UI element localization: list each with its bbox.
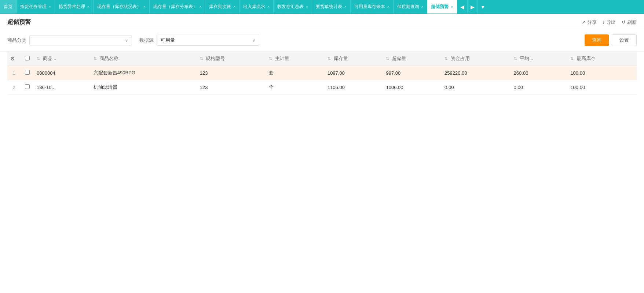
th-product-name[interactable]: 商品名称 [91,52,197,66]
row-checkbox-cell [21,80,34,94]
nav-tab-available[interactable]: 可用量库存账本 × [351,0,394,14]
data-table: ⚙ 商品... 商品名称 规格型号 主计量 [7,52,637,94]
refresh-icon: ↺ [622,19,626,25]
th-unit[interactable]: 主计量 [266,52,325,66]
datasource-select[interactable]: 可用量 ∨ [157,35,259,46]
nav-tab-summary[interactable]: 收发存汇总表 × [274,0,312,14]
datasource-value: 可用量 [161,37,175,44]
spec: 123 [197,80,266,94]
max-stock: 100.00 [567,66,637,80]
th-product-code[interactable]: 商品... [34,52,91,66]
close-icon[interactable]: × [451,5,453,9]
row-number: 1 [7,66,21,80]
over-stock: 997.00 [383,66,442,80]
close-icon[interactable]: × [387,5,389,9]
close-icon[interactable]: × [267,5,270,9]
chevron-down-icon: ∨ [252,38,255,43]
th-checkbox [21,52,34,66]
close-icon[interactable]: × [87,5,89,9]
close-icon[interactable]: × [421,5,424,9]
nav-next-button[interactable]: ▶ [467,0,477,14]
spec: 123 [197,66,266,80]
th-max-stock[interactable]: 最高库存 [567,52,637,66]
share-button[interactable]: ↗ 分享 [582,19,597,26]
over-stock: 1006.00 [383,80,442,94]
nav-tab-requisition[interactable]: 要货单统计表 × [312,0,351,14]
filter-area: 商品分类 ∨ 数据源 可用量 ∨ 查询 设置 [0,29,644,52]
share-icon: ↗ [582,19,586,25]
stock: 1097.00 [325,66,383,80]
max-stock: 100.00 [567,80,637,94]
th-stock[interactable]: 库存量 [325,52,383,66]
header-actions: ↗ 分享 ↓ 导出 ↺ 刷新 [582,19,637,26]
filter-actions: 查询 设置 [585,34,637,46]
capital-used: 259220.00 [442,66,511,80]
stock: 1106.00 [325,80,383,94]
avg: 260.00 [511,66,568,80]
nav-tab-expiry[interactable]: 保质期查询 × [394,0,428,14]
capital-used: 0.00 [442,80,511,94]
row-checkbox-cell [21,66,34,80]
avg: 0.00 [511,80,568,94]
datasource-filter: 数据源 可用量 ∨ [139,35,259,46]
row-checkbox[interactable] [25,84,30,89]
unit: 个 [266,80,325,94]
table-row: 2 186-10... 机油滤清器 123 个 1106.00 1006.00 … [7,80,637,94]
row-number: 2 [7,80,21,94]
th-over-stock[interactable]: 超储量 [383,52,442,66]
nav-prev-button[interactable]: ◀ [457,0,467,14]
th-spec[interactable]: 规格型号 [197,52,266,66]
product-code: 186-10... [34,80,91,94]
table-container: ⚙ 商品... 商品名称 规格型号 主计量 [0,52,644,94]
nav-tab-stock-dist[interactable]: 现存量（库存分布表） × [150,0,206,14]
close-icon[interactable]: × [306,5,308,9]
product-name: 六配套新昌490BPG [91,66,197,80]
product-name: 机油滤清器 [91,80,197,94]
th-capital-used[interactable]: 资金占用 [442,52,511,66]
page-content: 超储预警 ↗ 分享 ↓ 导出 ↺ 刷新 商品分类 ∨ 数据源 [0,14,644,293]
row-checkbox[interactable] [25,70,30,75]
select-all-checkbox[interactable] [25,56,30,60]
close-icon[interactable]: × [233,5,235,9]
nav-tab-task-mgmt[interactable]: 拣货任务管理 × [17,0,55,14]
table-header-row: ⚙ 商品... 商品名称 规格型号 主计量 [7,52,637,66]
th-avg[interactable]: 平均... [511,52,568,66]
top-navigation: 首页 拣货任务管理 × 拣货异常处理 × 现存量（库存状况表） × 现存量（库存… [0,0,644,14]
chevron-down-icon: ∨ [125,38,128,43]
export-icon: ↓ [603,19,605,25]
table-row: 1 0000004 六配套新昌490BPG 123 套 1097.00 997.… [7,66,637,80]
category-filter: 商品分类 ∨ [7,36,132,45]
page-title: 超储预警 [7,18,31,26]
product-code: 0000004 [34,66,91,80]
nav-tab-home[interactable]: 首页 [0,0,17,14]
nav-tab-abnormal[interactable]: 拣货异常处理 × [55,0,94,14]
settings-icon[interactable]: ⚙ [10,56,15,62]
datasource-label: 数据源 [139,37,154,44]
close-icon[interactable]: × [200,5,202,9]
th-settings: ⚙ [7,52,21,66]
settings-button[interactable]: 设置 [612,34,637,46]
category-select[interactable]: ∨ [29,36,132,45]
nav-tab-flow[interactable]: 出入库流水 × [239,0,274,14]
nav-tab-batch[interactable]: 库存批次账 × [205,0,239,14]
page-header: 超储预警 ↗ 分享 ↓ 导出 ↺ 刷新 [0,14,644,29]
export-button[interactable]: ↓ 导出 [603,19,616,26]
close-icon[interactable]: × [143,5,146,9]
nav-tab-stock-status[interactable]: 现存量（库存状况表） × [94,0,150,14]
close-icon[interactable]: × [49,5,51,9]
refresh-button[interactable]: ↺ 刷新 [622,19,637,26]
unit: 套 [266,66,325,80]
query-button[interactable]: 查询 [585,34,609,46]
nav-tab-overstock[interactable]: 超储预警 × [427,0,457,14]
nav-more-button[interactable]: ▼ [477,0,488,14]
close-icon[interactable]: × [344,5,347,9]
category-label: 商品分类 [7,37,26,44]
